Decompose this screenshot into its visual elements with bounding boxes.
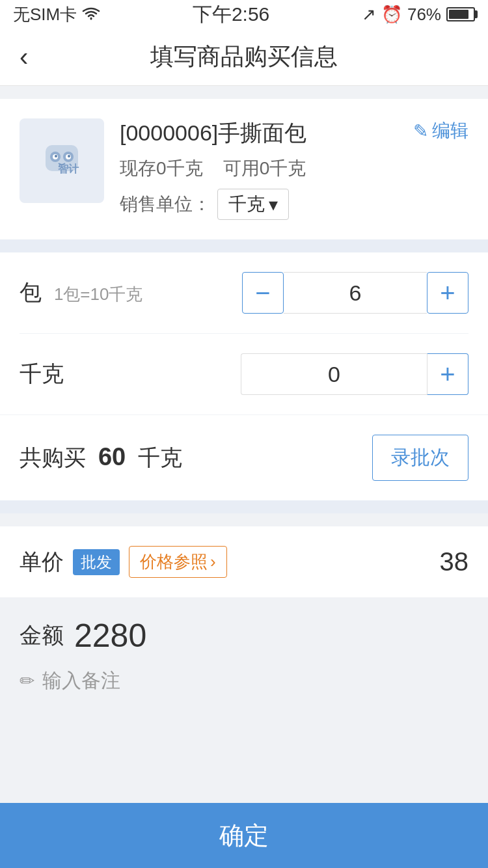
row2-controls: + (241, 353, 468, 395)
unit-label: 销售单位： (120, 192, 211, 217)
row1-controls: − + (242, 272, 468, 314)
pencil-icon: ✏ (20, 670, 34, 692)
location-icon: ↗ (362, 5, 376, 25)
chevron-right-icon: › (210, 552, 216, 572)
section-divider-1 (0, 239, 488, 252)
status-time: 下午2:56 (193, 1, 269, 28)
quantity-input-1[interactable] (284, 272, 427, 314)
dropdown-arrow-icon: ▾ (269, 194, 278, 215)
total-row: 共购买 60 千克 录批次 (0, 414, 488, 500)
product-logo-icon: 智计 (39, 139, 85, 183)
status-right: ↗ ⏰ 76% (362, 5, 475, 25)
product-unit-row: 销售单位： 千克 ▾ (120, 189, 468, 220)
product-image: 智计 (20, 118, 104, 203)
svg-point-6 (68, 155, 70, 157)
product-card: 智计 [0000006]手撕面包 现存0千克 可用0千克 销售单位： 千克 ▾ … (0, 99, 488, 239)
batch-tag: 批发 (73, 549, 120, 575)
edit-icon: ✎ (413, 120, 428, 142)
price-label: 单价 (20, 547, 64, 577)
back-button[interactable]: ‹ (20, 42, 28, 72)
section-divider-2 (0, 500, 488, 513)
carrier-text: 无SIM卡 (13, 3, 77, 26)
status-bar: 无SIM卡 下午2:56 ↗ ⏰ 76% (0, 0, 488, 29)
row1-label-group: 包 1包=10千克 (20, 278, 142, 308)
quantity-input-2[interactable] (241, 353, 427, 395)
svg-text:智计: 智计 (57, 163, 79, 174)
quantity-row-2: 千克 + (20, 334, 468, 414)
amount-value: 2280 (74, 617, 146, 655)
nav-bar: ‹ 填写商品购买信息 (0, 29, 488, 86)
battery-text: 76% (407, 5, 441, 25)
amount-row: 金额 2280 (20, 617, 468, 655)
nav-title: 填写商品购买信息 (150, 41, 338, 73)
remark-placeholder: 输入备注 (42, 668, 120, 694)
alarm-icon: ⏰ (381, 5, 402, 25)
unit-select[interactable]: 千克 ▾ (217, 189, 289, 220)
confirm-bar[interactable]: 确定 (0, 803, 488, 868)
batch-button[interactable]: 录批次 (372, 435, 468, 481)
quantity-row-1: 包 1包=10千克 − + (20, 252, 468, 334)
price-value: 38 (440, 547, 469, 576)
price-section: 单价 批发 价格参照 › 38 (0, 526, 488, 597)
edit-button[interactable]: ✎ 编辑 (413, 118, 468, 143)
wifi-icon (82, 7, 100, 21)
price-left: 单价 批发 价格参照 › (20, 546, 227, 578)
product-stock: 现存0千克 可用0千克 (120, 156, 468, 181)
amount-section: 金额 2280 ✏ 输入备注 (0, 597, 488, 714)
battery-icon (446, 7, 475, 21)
input-section: 包 1包=10千克 − + 千克 + (0, 252, 488, 414)
row1-hint: 1包=10千克 (54, 284, 143, 304)
price-ref-button[interactable]: 价格参照 › (129, 546, 227, 578)
confirm-button-text: 确定 (219, 819, 269, 852)
row2-label: 千克 (20, 359, 64, 389)
amount-label: 金额 (20, 621, 64, 651)
svg-point-5 (55, 155, 57, 157)
price-row: 单价 批发 价格参照 › 38 (20, 546, 468, 578)
total-text: 共购买 60 千克 (20, 443, 182, 473)
decrement-button-1[interactable]: − (242, 272, 284, 314)
remark-row[interactable]: ✏ 输入备注 (20, 668, 468, 694)
increment-button-2[interactable]: + (427, 353, 468, 395)
increment-button-1[interactable]: + (427, 272, 468, 314)
row1-label: 包 (20, 280, 42, 305)
status-left: 无SIM卡 (13, 3, 100, 26)
total-quantity: 60 (98, 443, 126, 470)
